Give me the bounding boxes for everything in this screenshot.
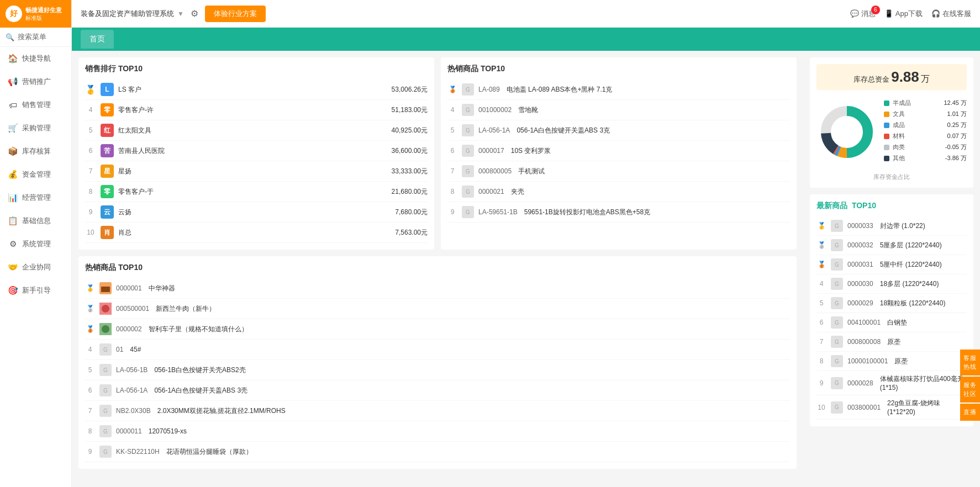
sidebar-item-operation[interactable]: 📊 经营管理 [0, 186, 71, 209]
goods-item-9: 9 G LA-59651-1B 59651-1B旋转投影灯电池盒ABS黑色+58… [447, 202, 790, 223]
system-selector[interactable]: 装备及固定资产辅助管理系统 ▼ [81, 9, 184, 19]
sidebar-item-collab[interactable]: 🤝 企业协同 [0, 256, 71, 279]
rank-item-2: 4 零 零售客户-许 51,183.00元 [85, 100, 428, 120]
goods-icon: G [462, 206, 474, 218]
svg-point-3 [102, 305, 109, 313]
hotline-button[interactable]: 客服 热线 [960, 350, 980, 375]
rank-item-4: 6 苦 苦南县人民医院 36,600.00元 [85, 141, 428, 161]
rank-name-6: 零售客户-于 [118, 187, 387, 197]
hot-goods-item-8: 8 G 0000011 12070519-xs [85, 421, 790, 442]
legend-dot-material [884, 134, 889, 139]
rank-name-5: 星扬 [118, 167, 387, 176]
goods-icon: G [462, 186, 474, 198]
sidebar-item-system[interactable]: ⚙ 系统管理 [0, 232, 71, 256]
service-community-button[interactable]: 服务 社区 [960, 377, 980, 403]
rank-avatar-5: 星 [101, 165, 114, 178]
legend-dot-stationery [884, 112, 889, 117]
rank-name-8: 肖总 [118, 228, 391, 237]
sidebar-item-finance[interactable]: 💰 资金管理 [0, 163, 71, 186]
dropdown-icon[interactable]: ▼ [177, 10, 184, 18]
rank-name-2: 零售客户-许 [118, 105, 387, 115]
logo-icon: 好 [6, 6, 22, 22]
rank-item-7: 9 云 云扬 7,680.00元 [85, 202, 428, 223]
new-goods-list: 🥇 G 0000033 封边带 (1.0*22) 🥈 G 0000032 5厘多… [816, 216, 967, 420]
new-goods-icon-10: G [831, 401, 843, 414]
goods-item-6: 6 G 0000017 10S 变利罗浆 [447, 141, 790, 161]
sidebar-item-basic[interactable]: 📋 基础信息 [0, 209, 71, 232]
operation-icon: 📊 [8, 193, 18, 203]
new-goods-item-2: 🥈 G 0000032 5厘多层 (1220*2440) [816, 236, 967, 255]
logo-text: 畅捷通好生意 标准版 [25, 6, 62, 21]
sidebar-item-sales[interactable]: 🏷 销售管理 [0, 93, 71, 117]
rank-amount-6: 21,680.00元 [392, 187, 428, 197]
collab-icon: 🤝 [8, 262, 18, 272]
system-icon: ⚙ [8, 239, 18, 249]
hot-goods-item-5: 5 G LA-056-1B 056-1B白色按键开关壳ABS2壳 [85, 360, 790, 380]
hot-goods-icon-6: G [99, 384, 112, 396]
home-tab[interactable]: 首页 [81, 30, 114, 49]
hot-goods-list: 🥇 0000001 中华神器 🥈 000500001 新西兰牛肉（新 [85, 278, 790, 462]
inventory-footer: 库存资金占比 [816, 170, 967, 181]
new-goods-item-3: 🥉 G 0000031 5厘中纤 (1220*2440) [816, 255, 967, 274]
message-button[interactable]: 💬 消息 6 [850, 9, 876, 19]
rank-badge-1: 🥇 [85, 84, 96, 95]
inventory-panel: 库存总资金 9.88 万 [810, 57, 973, 188]
app-download-button[interactable]: 📱 App下载 [884, 9, 923, 19]
rank-item-6: 8 零 零售客户-于 21,680.00元 [85, 182, 428, 202]
sales-icon: 🏷 [8, 100, 18, 110]
rank-avatar-6: 零 [101, 185, 114, 198]
donut-chart [816, 102, 877, 162]
online-service-button[interactable]: 🎧 在线客服 [931, 9, 971, 19]
rank-num-2: 4 [85, 106, 96, 114]
right-section: 库存总资金 9.88 万 [803, 51, 980, 487]
hot-goods-icon-7: G [99, 405, 112, 417]
gear-icon[interactable]: ⚙ [191, 8, 198, 19]
marketing-icon: 📢 [8, 77, 18, 87]
sidebar-item-purchase[interactable]: 🛒 采购管理 [0, 117, 71, 140]
legend-item-material: 材料 0.07 万 [884, 132, 967, 140]
page-header: 首页 [72, 28, 980, 51]
new-goods-panel: 最新商品 TOP10 🥇 G 0000033 封边带 (1.0*22) 🥈 G … [810, 194, 973, 426]
customer-rank-list: 🥇 L LS 客户 53,006.26元 4 零 零售客户-许 51,183.0… [85, 80, 428, 243]
sidebar-item-marketing[interactable]: 📢 营销推广 [0, 70, 71, 93]
trial-button[interactable]: 体验行业方案 [205, 6, 266, 22]
basic-icon: 📋 [8, 216, 18, 226]
legend-dot-finished [884, 123, 889, 128]
rank-num-3: 5 [85, 126, 96, 134]
rank-name-4: 苦南县人民医院 [118, 146, 387, 156]
floating-service-buttons: 客服 热线 服务 社区 直播 [960, 350, 980, 421]
hot-goods-icon-1 [99, 282, 112, 294]
rank-name-3: 红太阳文具 [118, 126, 387, 135]
goods-item-8: 8 G 0000021 夹壳 [447, 182, 790, 202]
new-goods-icon-9: G [831, 377, 843, 389]
sales-ranking-panel: 销售排行 TOP10 🥇 L LS 客户 53,006.26元 4 零 零售客户… [78, 57, 434, 250]
live-button[interactable]: 直播 [960, 404, 980, 421]
rank-num-5: 7 [85, 167, 96, 175]
sidebar: 好 畅捷通好生意 标准版 🔍 搜索菜单 🏠 快捷导航 📢 营销推广 🏷 销售管理… [0, 0, 72, 487]
hot-goods-panel: 热销商品 TOP10 🥇 0000001 中华神器 🥈 [78, 256, 797, 469]
new-goods-item-7: 7 G 000800008 原垄 [816, 332, 967, 352]
sidebar-item-inventory[interactable]: 📦 库存核算 [0, 140, 71, 163]
hot-goods-item-4: 4 G 01 45# [85, 340, 790, 360]
hot-goods-icon-5: G [99, 364, 112, 376]
new-goods-icon-1: G [831, 220, 843, 232]
top-panels: 销售排行 TOP10 🥇 L LS 客户 53,006.26元 4 零 零售客户… [78, 57, 797, 250]
rank-avatar-3: 红 [101, 124, 114, 137]
hot-goods-item-2: 🥈 000500001 新西兰牛肉（新牛） [85, 299, 790, 319]
rank-amount-4: 36,600.00元 [392, 146, 428, 156]
legend-item-meat: 肉类 -0.05 万 [884, 143, 967, 151]
hot-goods-icon-2 [99, 303, 112, 315]
goods-icon: G [462, 145, 474, 157]
sidebar-item-home[interactable]: 🏠 快捷导航 [0, 47, 71, 70]
search-menu[interactable]: 🔍 搜索菜单 [0, 28, 71, 47]
new-goods-icon-7: G [831, 336, 843, 348]
sidebar-item-guide[interactable]: 🎯 新手引导 [0, 279, 71, 302]
new-goods-title: 最新商品 TOP10 [816, 201, 967, 211]
legend-item-stationery: 文具 1.01 万 [884, 110, 967, 118]
hot-goods-item-6: 6 G LA-056-1A 056-1A白色按键开关盖ABS 3壳 [85, 380, 790, 401]
finance-icon: 💰 [8, 170, 18, 179]
legend-item-finished: 成品 0.25 万 [884, 121, 967, 129]
legend-dot-other [884, 156, 889, 161]
goods-ranking-panel: 热销商品 TOP10 🥉 G LA-089 电池盖 LA-089 ABS本色+黑… [441, 57, 797, 250]
new-goods-item-8: 8 G 10000100001 原垄 [816, 352, 967, 371]
